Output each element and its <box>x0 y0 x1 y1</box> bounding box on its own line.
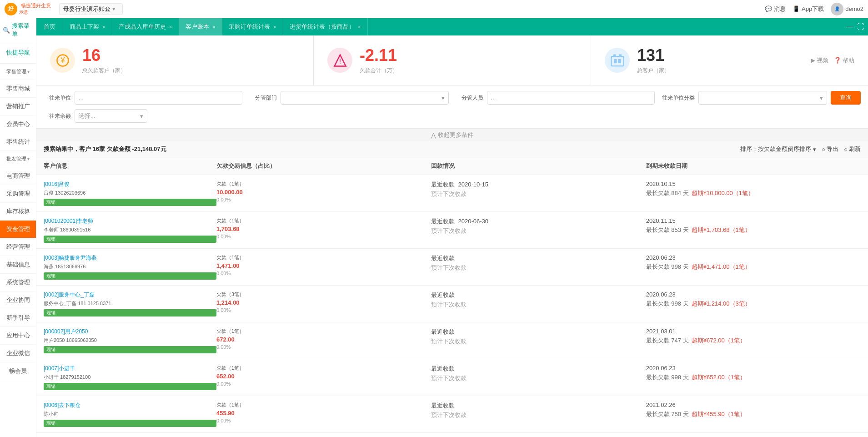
customer-name-link-7[interactable]: [0006]去下粮仓 <box>44 402 216 409</box>
customer-tag-3: 现销 <box>44 272 216 280</box>
customer-name-link-1[interactable]: [0016]吕俊 <box>44 181 216 188</box>
tab-stock-summary-close[interactable]: ✕ <box>357 25 361 30</box>
customer-cell-3: [0003]畅捷服务尹海燕 海燕 18513066976 现销 <box>44 254 216 280</box>
sidebar-item-retail-stats[interactable]: 零售统计 <box>0 133 36 151</box>
customer-contact-3: 海燕 18513066976 <box>44 263 216 270</box>
sidebar-item-retail-mall[interactable]: 零售商城 <box>0 80 36 98</box>
overdue-link-2[interactable]: 超期¥1,703.68（1笔） <box>692 226 751 233</box>
tab-customer-account[interactable]: 客户账本 ✕ <box>179 18 222 35</box>
due-overdue-7: 最长欠款 750 天 超期¥455.90（1笔） <box>646 410 861 418</box>
overdue-link-3[interactable]: 超期¥1,471.00（1笔） <box>692 263 751 270</box>
topbar-right: 💬 消息 📱 App下载 👤 demo2 <box>765 3 863 15</box>
customer-name-link-6[interactable]: [0007]小进干 <box>44 365 216 372</box>
message-button[interactable]: 💬 消息 <box>765 5 786 13</box>
tab-product-status[interactable]: 商品上下架 ✕ <box>63 18 112 35</box>
search-menu-button[interactable]: 🔍 搜索菜单 <box>0 18 36 42</box>
tab-production-history-close[interactable]: ✕ <box>169 25 172 30</box>
recovery-date-2: 最近收款 2020-06-30 <box>431 217 646 226</box>
tab-product-status-close[interactable]: ✕ <box>102 25 105 30</box>
tab-maximize-icon[interactable]: ⛶ <box>857 23 864 31</box>
chevron-icon-balance: ▾ <box>140 113 143 120</box>
sidebar-item-member[interactable]: 会员中心 <box>0 116 36 133</box>
debt-ratio-7: 0.00% <box>216 418 431 423</box>
debt-label-7: 欠款（1笔） <box>216 402 431 408</box>
customer-cell-4: [0002]服务中心_丁磊 服务中心_丁磊 181 0125 8371 现销 <box>44 291 216 316</box>
tab-production-history-label: 产成品入库单历史 <box>119 23 166 31</box>
tab-purchase-summary-close[interactable]: ✕ <box>273 25 276 30</box>
user-menu[interactable]: 👤 demo2 <box>831 3 863 15</box>
customer-name-link-4[interactable]: [0002]服务中心_丁磊 <box>44 291 216 299</box>
customer-name-link-3[interactable]: [0003]畅捷服务尹海燕 <box>44 254 216 262</box>
tab-home[interactable]: 首页 <box>36 18 63 35</box>
filter-unit: 往来单位 ... <box>44 91 242 105</box>
sidebar-item-inventory[interactable]: 库存核算 <box>0 203 36 221</box>
export-button[interactable]: ○ 导出 <box>822 145 838 153</box>
sidebar-item-batch-mgmt[interactable]: 批发管理 ▾ <box>0 151 36 167</box>
results-actions: 排序：按欠款金额倒序排序 ▾ ○ 导出 ○ 刷新 <box>740 145 861 153</box>
refresh-icon: ○ <box>844 146 848 153</box>
sidebar-item-operation[interactable]: 经营管理 <box>0 238 36 256</box>
overdue-link-4[interactable]: 超期¥1,214.00（3笔） <box>692 300 751 307</box>
filter-dept-select[interactable]: ▾ <box>281 91 448 105</box>
sidebar-item-guide[interactable]: 新手引导 <box>0 309 36 327</box>
results-bar: 搜索结果中，客户 16家 欠款金额 -21,148.07元 排序：按欠款金额倒序… <box>36 141 868 157</box>
overdue-link-5[interactable]: 超期¥672.00（1笔） <box>692 337 746 344</box>
recovery-next-3: 预计下次收款 <box>431 264 646 272</box>
sidebar-item-retail-mgmt[interactable]: 零售管理 ▾ <box>0 64 36 80</box>
filter-balance-select[interactable]: 选择... ▾ <box>75 109 147 123</box>
filter-person-input[interactable]: ... <box>487 91 655 105</box>
customer-contact-2: 李老师 18600391516 <box>44 226 216 233</box>
sidebar-item-app-center[interactable]: 应用中心 <box>0 327 36 345</box>
customer-contact-1: 吕俊 13026203696 <box>44 190 216 196</box>
due-cell-3: 2020.06.23 最长欠款 998 天 超期¥1,471.00（1笔） <box>646 254 861 271</box>
help-button[interactable]: ❓ 帮助 <box>834 56 854 65</box>
tab-stock-summary[interactable]: 进货单统计表（按商品） ✕ <box>283 18 368 35</box>
recovery-cell-4: 最近收款 预计下次收款 <box>431 291 646 309</box>
sidebar-item-wechat[interactable]: 企业微信 <box>0 345 36 362</box>
overdue-link-6[interactable]: 超期¥652.00（1笔） <box>692 374 746 381</box>
sidebar-item-corp[interactable]: 企业协同 <box>0 291 36 309</box>
store-selector[interactable]: 母婴行业演示账套 ▾ <box>59 3 123 15</box>
quick-nav-button[interactable]: 快捷导航 <box>0 46 36 60</box>
col-header-debt: 欠款交易信息（占比） <box>216 162 431 170</box>
search-button[interactable]: 查询 <box>831 91 861 105</box>
customer-contact-7: 陈小帅 <box>44 411 216 417</box>
overdue-link-7[interactable]: 超期¥455.90（1笔） <box>692 411 746 417</box>
stat-card-2: ! -2.11 欠款合计（万） <box>314 35 591 85</box>
sidebar-item-system[interactable]: 系统管理 <box>0 274 36 291</box>
tab-purchase-summary[interactable]: 采购订单统计表 ✕ <box>222 18 283 35</box>
recovery-next-6: 预计下次收款 <box>431 374 646 382</box>
refresh-button[interactable]: ○ 刷新 <box>844 145 861 153</box>
export-label: 导出 <box>827 145 838 153</box>
data-table: 客户信息 欠款交易信息（占比） 回款情况 到期未收款日期 [0016]吕俊 吕俊… <box>36 157 868 437</box>
due-date-5: 2021.03.01 <box>646 328 861 335</box>
tab-production-history[interactable]: 产成品入库单历史 ✕ <box>112 18 179 35</box>
tab-purchase-summary-label: 采购订单统计表 <box>229 23 270 31</box>
filter-person-label: 分管人员 <box>456 94 483 102</box>
sidebar-item-purchase[interactable]: 采购管理 <box>0 185 36 203</box>
sidebar-item-basic-info[interactable]: 基础信息 <box>0 256 36 274</box>
tab-minimize-icon[interactable]: — <box>846 23 853 31</box>
sidebar-item-vip[interactable]: 畅会员 <box>0 362 36 380</box>
customer-name-link-2[interactable]: [0001020001]李老师 <box>44 217 216 225</box>
recovery-cell-5: 最近收款 预计下次收款 <box>431 328 646 346</box>
view-button[interactable]: ▶ 视频 <box>811 56 828 65</box>
due-date-6: 2020.06.23 <box>646 365 861 372</box>
col-header-recovery: 回款情况 <box>431 162 646 170</box>
sub-text: 示意 <box>19 9 51 15</box>
tab-customer-account-close[interactable]: ✕ <box>212 25 216 30</box>
app-download-button[interactable]: 📱 App下载 <box>793 5 824 13</box>
sort-selector[interactable]: 排序：按欠款金额倒序排序 ▾ <box>740 145 816 153</box>
sidebar-item-marketing[interactable]: 营销推广 <box>0 98 36 116</box>
customer-tag-1: 现销 <box>44 199 216 206</box>
customer-name-link-5[interactable]: [000002]用户2050 <box>44 328 216 336</box>
sidebar-item-ecommerce[interactable]: 电商管理 <box>0 167 36 185</box>
sidebar-item-capital[interactable]: 资金管理 <box>0 221 36 238</box>
content-area: 首页 商品上下架 ✕ 产成品入库单历史 ✕ 客户账本 ✕ 采购订单统计表 ✕ <box>36 18 868 437</box>
overdue-link-1[interactable]: 超期¥10,000.00（1笔） <box>692 190 754 196</box>
filter-classification-select[interactable]: ▾ <box>698 91 827 105</box>
collapse-button[interactable]: ⋀ 收起更多条件 <box>36 129 868 141</box>
filter-unit-input[interactable]: ... <box>75 91 242 105</box>
customer-tag-6: 现销 <box>44 383 216 390</box>
due-cell-4: 2020.06.23 最长欠款 998 天 超期¥1,214.00（3笔） <box>646 291 861 308</box>
